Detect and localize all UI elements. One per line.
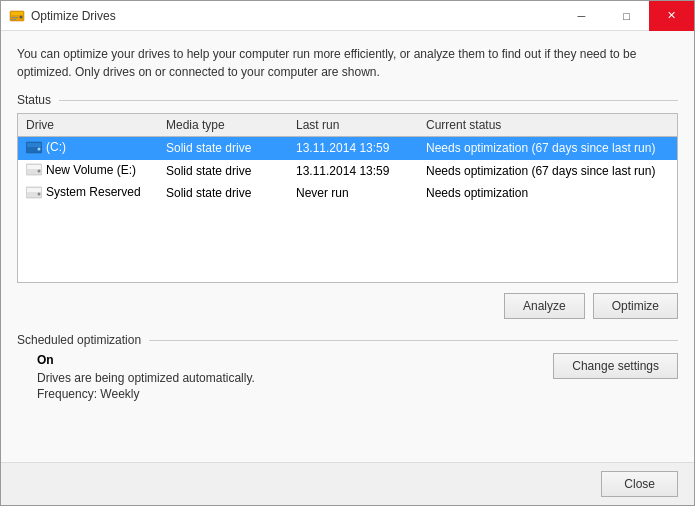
media-type: Solid state drive xyxy=(166,186,296,200)
drive-ssd-icon xyxy=(26,141,42,154)
change-settings-button[interactable]: Change settings xyxy=(553,353,678,379)
minimize-button[interactable]: ─ xyxy=(559,1,604,31)
svg-point-2 xyxy=(20,15,23,18)
title-bar-left: Optimize Drives xyxy=(9,8,116,24)
action-buttons: Analyze Optimize xyxy=(17,293,678,319)
col-current-status: Current status xyxy=(426,118,669,132)
scheduled-header: Scheduled optimization xyxy=(17,333,678,347)
current-status: Needs optimization xyxy=(426,186,669,200)
svg-point-10 xyxy=(38,170,41,173)
table-row[interactable]: System Reserved Solid state drive Never … xyxy=(18,182,677,205)
svg-rect-1 xyxy=(11,12,23,15)
col-last-run: Last run xyxy=(296,118,426,132)
status-label: Status xyxy=(17,93,51,107)
scheduled-status: On xyxy=(37,353,255,367)
col-media-type: Media type xyxy=(166,118,296,132)
scheduled-divider xyxy=(149,340,678,341)
table-header: Drive Media type Last run Current status xyxy=(18,114,677,137)
analyze-button[interactable]: Analyze xyxy=(504,293,585,319)
svg-rect-6 xyxy=(27,143,41,147)
media-type: Solid state drive xyxy=(166,164,296,178)
drive-name: System Reserved xyxy=(26,185,166,202)
drive-table: Drive Media type Last run Current status… xyxy=(17,113,678,283)
scheduled-label: Scheduled optimization xyxy=(17,333,141,347)
table-row[interactable]: (C:) Solid state drive 13.11.2014 13:59 … xyxy=(18,137,677,160)
svg-point-13 xyxy=(38,192,41,195)
drive-hdd-icon xyxy=(26,163,42,176)
intro-text: You can optimize your drives to help you… xyxy=(17,45,678,81)
svg-rect-9 xyxy=(27,165,41,169)
title-bar-controls: ─ □ ✕ xyxy=(559,1,694,31)
close-window-button[interactable]: ✕ xyxy=(649,1,694,31)
last-run: 13.11.2014 13:59 xyxy=(296,141,426,155)
window-title: Optimize Drives xyxy=(31,9,116,23)
scheduled-info: On Drives are being optimized automatica… xyxy=(17,353,255,403)
current-status: Needs optimization (67 days since last r… xyxy=(426,164,669,178)
svg-rect-4 xyxy=(11,19,16,20)
last-run: Never run xyxy=(296,186,426,200)
svg-rect-3 xyxy=(11,17,18,18)
footer: Close xyxy=(1,462,694,505)
svg-point-7 xyxy=(38,147,41,150)
svg-rect-12 xyxy=(27,188,41,192)
drive-name: New Volume (E:) xyxy=(26,163,166,180)
main-content: You can optimize your drives to help you… xyxy=(1,31,694,462)
title-bar: Optimize Drives ─ □ ✕ xyxy=(1,1,694,31)
drive-hdd-icon xyxy=(26,186,42,199)
status-section-header: Status xyxy=(17,93,678,107)
drive-name: (C:) xyxy=(26,140,166,157)
media-type: Solid state drive xyxy=(166,141,296,155)
optimize-button[interactable]: Optimize xyxy=(593,293,678,319)
table-row[interactable]: New Volume (E:) Solid state drive 13.11.… xyxy=(18,160,677,183)
maximize-button[interactable]: □ xyxy=(604,1,649,31)
scheduled-section: Scheduled optimization On Drives are bei… xyxy=(17,333,678,403)
scheduled-description: Drives are being optimized automatically… xyxy=(37,371,255,385)
scheduled-frequency: Frequency: Weekly xyxy=(37,387,255,401)
scheduled-content: On Drives are being optimized automatica… xyxy=(17,353,678,403)
status-divider xyxy=(59,100,678,101)
close-button[interactable]: Close xyxy=(601,471,678,497)
current-status: Needs optimization (67 days since last r… xyxy=(426,141,669,155)
col-drive: Drive xyxy=(26,118,166,132)
app-icon xyxy=(9,8,25,24)
optimize-drives-window: Optimize Drives ─ □ ✕ You can optimize y… xyxy=(0,0,695,506)
last-run: 13.11.2014 13:59 xyxy=(296,164,426,178)
